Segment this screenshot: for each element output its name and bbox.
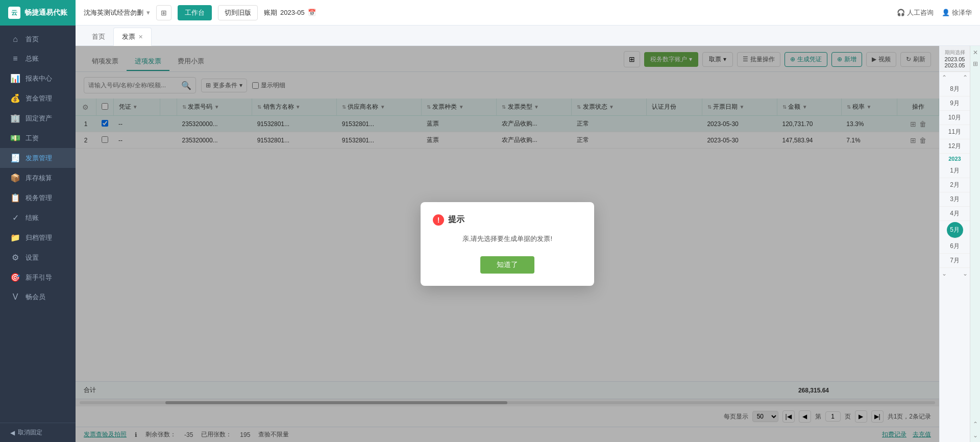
collapse-down-icon[interactable]: ⌄ (971, 431, 980, 440)
sidebar-item-label: 发票管理 (26, 154, 52, 163)
guide-icon: 🎯 (10, 273, 20, 282)
period-month-8[interactable]: 8月 (940, 82, 970, 96)
sidebar-item-label: 总账 (26, 54, 39, 63)
sidebar-nav: ⌂ 首页 ≡ 总账 📊 报表中心 💰 资金管理 🏢 固定资产 💵 工资 🧾 发票… (0, 26, 76, 423)
invoice-panel: 销项发票 进项发票 费用小票 ⊞ 税务数字账户 ▾ 取票 ▾ (76, 46, 939, 442)
modal-footer: 知道了 (433, 256, 582, 274)
next-year-icon2[interactable]: ⌄ (963, 270, 968, 277)
period-month-7[interactable]: 7月 (940, 254, 970, 268)
collapse-up-icon[interactable]: ⌃ (971, 420, 980, 429)
home-icon: ⌂ (10, 35, 20, 44)
period-month-3[interactable]: 3月 (940, 192, 970, 207)
tab-bar: 首页 发票 ✕ (76, 26, 980, 46)
modal-overlay: ! 提示 亲,请先选择要生成单据的发票! 知道了 (76, 46, 939, 442)
company-dropdown-icon: ▾ (146, 9, 150, 16)
settings-icon: ⚙ (10, 253, 20, 262)
prev-year-icon[interactable]: ⌃ (942, 74, 947, 81)
reports-icon: 📊 (10, 73, 20, 83)
modal-warning-icon: ! (433, 214, 444, 226)
tab-home[interactable]: 首页 (84, 28, 113, 45)
period-info: 账期 2023-05 📅 (264, 8, 316, 17)
salary-icon: 💵 (10, 133, 20, 143)
tab-invoice-label: 发票 (122, 32, 135, 41)
modal-message: 亲,请先选择要生成单据的发票! (433, 234, 582, 244)
sidebar-item-home[interactable]: ⌂ 首页 (0, 30, 76, 49)
modal-title: ! 提示 (433, 214, 582, 226)
period-month-12[interactable]: 12月 (940, 139, 970, 154)
period-month-9[interactable]: 9月 (940, 96, 970, 111)
next-year-icon[interactable]: ⌄ (942, 270, 947, 277)
logo-icon: 云 (8, 7, 20, 19)
sidebar-item-label: 设置 (26, 253, 39, 262)
sidebar-item-tax[interactable]: 📋 税务管理 (0, 188, 76, 208)
sidebar-item-label: 新手引导 (26, 273, 52, 282)
workbench-button[interactable]: 工作台 (178, 5, 212, 20)
calendar-icon: 📅 (308, 9, 316, 16)
sidebar-item-label: 税务管理 (26, 193, 52, 203)
period-month-4[interactable]: 4月 (940, 207, 970, 221)
period-month-6[interactable]: 6月 (940, 239, 970, 254)
modal-dialog: ! 提示 亲,请先选择要生成单据的发票! 知道了 (421, 202, 594, 286)
prev-year-icon2[interactable]: ⌃ (963, 74, 968, 81)
period-month-2[interactable]: 2月 (940, 178, 970, 192)
company-name: 沈海英测试经营勿删 (84, 8, 143, 17)
sidebar-item-reports[interactable]: 📊 报表中心 (0, 68, 76, 88)
switch-version-button[interactable]: 切到旧版 (218, 5, 258, 20)
assets-icon: 🏢 (10, 113, 20, 123)
sidebar-item-inventory[interactable]: 📦 库存核算 (0, 168, 76, 188)
sidebar-item-settings[interactable]: ⚙ 设置 (0, 248, 76, 267)
far-right-panel: ✕ ⊞ ⌃ ⌄ (970, 46, 980, 442)
sidebar-item-label: 归档管理 (26, 233, 52, 242)
sidebar-item-label: 固定资产 (26, 114, 52, 123)
period-month-11[interactable]: 11月 (940, 125, 970, 139)
period-panel: 期间选择 2023.05 2023.05 ⌃ ⌃ 8月 9月 10月 11月 1… (939, 46, 970, 442)
tab-close-icon[interactable]: ✕ (138, 34, 143, 40)
archive-icon: 📁 (10, 233, 20, 242)
user-icon: 👤 (942, 9, 950, 16)
sidebar-item-settlement[interactable]: ✓ 结账 (0, 208, 76, 228)
period-month-1[interactable]: 1月 (940, 164, 970, 178)
period-month-5[interactable]: 5月 (947, 222, 963, 238)
settlement-icon: ✓ (10, 213, 20, 223)
sidebar-footer[interactable]: ◀ 取消固定 (0, 423, 76, 442)
sidebar-item-ledger[interactable]: ≡ 总账 (0, 49, 76, 68)
period-month-10[interactable]: 10月 (940, 111, 970, 125)
tab-invoice[interactable]: 发票 ✕ (113, 28, 152, 46)
tab-home-label: 首页 (92, 32, 105, 41)
sidebar-item-label: 首页 (26, 35, 39, 44)
sidebar: 云 畅捷通易代账 ⌂ 首页 ≡ 总账 📊 报表中心 💰 资金管理 🏢 固定资产 … (0, 0, 76, 442)
sidebar-item-label: 库存核算 (26, 174, 52, 183)
funds-icon: 💰 (10, 93, 20, 103)
sidebar-item-invoice[interactable]: 🧾 发票管理 (0, 148, 76, 168)
period-label: 账期 (264, 8, 277, 17)
sidebar-item-guide[interactable]: 🎯 新手引导 (0, 267, 76, 287)
header-right: 🎧 人工咨询 👤 徐泽华 (897, 8, 972, 17)
modal-confirm-button[interactable]: 知道了 (480, 256, 534, 274)
sidebar-item-assets[interactable]: 🏢 固定资产 (0, 108, 76, 128)
support-btn[interactable]: 🎧 人工咨询 (897, 8, 934, 17)
inventory-icon: 📦 (10, 173, 20, 183)
sidebar-item-funds[interactable]: 💰 资金管理 (0, 88, 76, 108)
sidebar-item-archive[interactable]: 📁 归档管理 (0, 228, 76, 248)
logo-text: 畅捷通易代账 (24, 8, 67, 17)
sidebar-logo: 云 畅捷通易代账 (0, 0, 76, 26)
content-area: 销项发票 进项发票 费用小票 ⊞ 税务数字账户 ▾ 取票 ▾ (76, 46, 980, 442)
close-right-panel-icon[interactable]: ✕ (971, 48, 980, 57)
period-panel-title: 期间选择 2023.05 2023.05 (940, 46, 970, 72)
sidebar-item-label: 资金管理 (26, 94, 52, 103)
sidebar-item-label: 工资 (26, 134, 39, 143)
sidebar-item-label: 结账 (26, 213, 39, 223)
member-icon: V (10, 292, 20, 302)
user-profile[interactable]: 👤 徐泽华 (942, 8, 972, 17)
footer-label: 取消固定 (18, 428, 42, 437)
company-selector[interactable]: 沈海英测试经营勿删 ▾ (84, 8, 150, 17)
invoice-icon: 🧾 (10, 153, 20, 163)
company-settings-icon[interactable]: ⊞ (156, 5, 172, 20)
sidebar-item-label: 报表中心 (26, 74, 52, 83)
sidebar-item-salary[interactable]: 💵 工资 (0, 128, 76, 148)
support-icon: 🎧 (897, 9, 905, 16)
sidebar-item-member[interactable]: V 畅会员 (0, 287, 76, 307)
expand-icon[interactable]: ⊞ (971, 59, 980, 68)
support-label: 人工咨询 (907, 8, 934, 17)
sidebar-item-label: 畅会员 (26, 292, 45, 302)
